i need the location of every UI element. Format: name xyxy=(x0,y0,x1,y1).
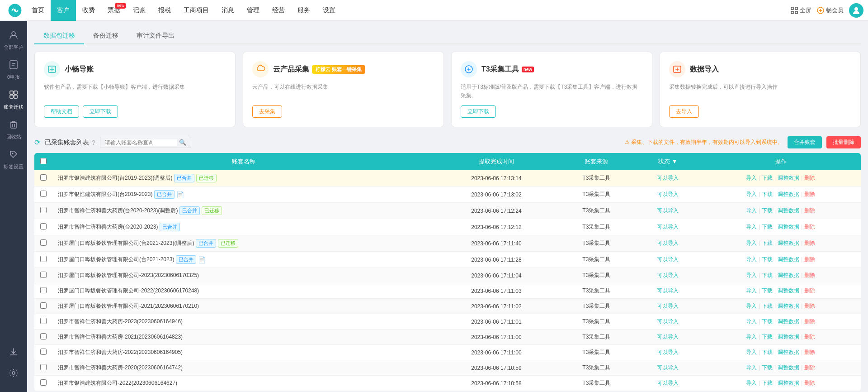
row-checkbox-6[interactable] xyxy=(40,256,47,262)
download-now-button-3[interactable]: 立即下载 xyxy=(461,105,496,118)
file-icon[interactable]: 📄 xyxy=(198,256,206,263)
action-调整数据[interactable]: 调整数据 xyxy=(778,240,799,246)
user-avatar[interactable] xyxy=(849,3,863,18)
action-删除[interactable]: 删除 xyxy=(804,224,815,230)
action-调整数据[interactable]: 调整数据 xyxy=(778,224,799,230)
nav-message[interactable]: 消息 xyxy=(215,0,241,21)
row-checkbox-7[interactable] xyxy=(40,272,47,278)
action-下载[interactable]: 下载 xyxy=(762,224,773,230)
action-下载[interactable]: 下载 xyxy=(762,334,773,340)
action-调整数据[interactable]: 调整数据 xyxy=(778,364,799,371)
row-checkbox-4[interactable] xyxy=(40,223,47,229)
action-导入[interactable]: 导入 xyxy=(746,272,757,278)
action-删除[interactable]: 删除 xyxy=(804,349,815,355)
list-help-icon[interactable]: ? xyxy=(92,139,95,146)
action-导入[interactable]: 导入 xyxy=(746,303,757,309)
nav-tax[interactable]: 报税 xyxy=(152,0,177,21)
nav-customer[interactable]: 客户 xyxy=(51,0,76,21)
row-checkbox-13[interactable] xyxy=(40,364,47,370)
action-导入[interactable]: 导入 xyxy=(746,256,757,263)
sidebar-item-zero-report[interactable]: 0申报 xyxy=(0,55,27,85)
row-checkbox-12[interactable] xyxy=(40,349,47,355)
file-icon[interactable]: 📄 xyxy=(176,191,184,198)
list-refresh-icon[interactable]: ⟳ xyxy=(34,138,40,147)
merge-account-button[interactable]: 合并账套 xyxy=(788,136,822,148)
action-删除[interactable]: 删除 xyxy=(804,303,815,309)
nav-bookkeeping[interactable]: 记账 xyxy=(127,0,152,21)
nav-home[interactable]: 首页 xyxy=(25,0,51,21)
action-删除[interactable]: 删除 xyxy=(804,334,815,340)
fullscreen-button[interactable]: 全屏 xyxy=(791,6,811,14)
action-导入[interactable]: 导入 xyxy=(746,364,757,371)
action-下载[interactable]: 下载 xyxy=(762,207,773,214)
action-导入[interactable]: 导入 xyxy=(746,349,757,355)
action-下载[interactable]: 下载 xyxy=(762,272,773,278)
table-header-status[interactable]: 状态 ▼ xyxy=(635,153,700,170)
action-调整数据[interactable]: 调整数据 xyxy=(778,207,799,214)
action-下载[interactable]: 下载 xyxy=(762,256,773,263)
action-调整数据[interactable]: 调整数据 xyxy=(778,303,799,309)
action-下载[interactable]: 下载 xyxy=(762,175,773,181)
action-删除[interactable]: 删除 xyxy=(804,256,815,263)
sidebar-item-all-customers[interactable]: 全部客户 xyxy=(0,25,27,55)
nav-operation[interactable]: 经营 xyxy=(266,0,291,21)
action-下载[interactable]: 下载 xyxy=(762,364,773,371)
action-下载[interactable]: 下载 xyxy=(762,380,773,386)
action-导入[interactable]: 导入 xyxy=(746,380,757,386)
row-checkbox-11[interactable] xyxy=(40,333,47,339)
action-调整数据[interactable]: 调整数据 xyxy=(778,318,799,325)
help-doc-button[interactable]: 帮助文档 xyxy=(44,105,79,118)
tab-data-migration[interactable]: 数据包迁移 xyxy=(34,28,84,44)
go-import-button[interactable]: 去导入 xyxy=(669,105,699,118)
action-调整数据[interactable]: 调整数据 xyxy=(778,175,799,181)
action-删除[interactable]: 删除 xyxy=(804,240,815,246)
sidebar-item-tag-settings[interactable]: 标签设置 xyxy=(0,145,27,175)
action-导入[interactable]: 导入 xyxy=(746,175,757,181)
action-删除[interactable]: 删除 xyxy=(804,318,815,325)
action-调整数据[interactable]: 调整数据 xyxy=(778,380,799,386)
action-调整数据[interactable]: 调整数据 xyxy=(778,256,799,263)
row-checkbox-9[interactable] xyxy=(40,302,47,309)
nav-manage[interactable]: 管理 xyxy=(241,0,266,21)
batch-delete-button[interactable]: 批量删除 xyxy=(826,136,861,148)
action-导入[interactable]: 导入 xyxy=(746,318,757,325)
action-导入[interactable]: 导入 xyxy=(746,287,757,294)
row-checkbox-5[interactable] xyxy=(40,239,47,246)
select-all-checkbox[interactable] xyxy=(40,158,47,164)
sidebar-item-settings[interactable] xyxy=(0,363,27,385)
action-调整数据[interactable]: 调整数据 xyxy=(778,334,799,340)
action-删除[interactable]: 删除 xyxy=(804,364,815,371)
row-checkbox-1[interactable] xyxy=(40,174,47,181)
search-input[interactable] xyxy=(105,139,177,146)
action-删除[interactable]: 删除 xyxy=(804,287,815,294)
row-checkbox-14[interactable] xyxy=(40,379,47,386)
action-调整数据[interactable]: 调整数据 xyxy=(778,349,799,355)
sidebar-item-account-migration[interactable]: 账套迁移 xyxy=(0,85,27,115)
nav-fees[interactable]: 收费 xyxy=(76,0,101,21)
row-checkbox-2[interactable] xyxy=(40,191,47,197)
action-调整数据[interactable]: 调整数据 xyxy=(778,191,799,197)
row-checkbox-3[interactable] xyxy=(40,207,47,213)
action-删除[interactable]: 删除 xyxy=(804,380,815,386)
action-下载[interactable]: 下载 xyxy=(762,191,773,197)
action-导入[interactable]: 导入 xyxy=(746,240,757,246)
action-调整数据[interactable]: 调整数据 xyxy=(778,272,799,278)
go-collect-button[interactable]: 去采集 xyxy=(252,105,282,118)
action-下载[interactable]: 下载 xyxy=(762,349,773,355)
action-调整数据[interactable]: 调整数据 xyxy=(778,287,799,294)
action-下载[interactable]: 下载 xyxy=(762,287,773,294)
tab-audit-export[interactable]: 审计文件导出 xyxy=(127,28,184,44)
action-导入[interactable]: 导入 xyxy=(746,191,757,197)
search-icon[interactable]: 🔍 xyxy=(179,139,186,146)
row-checkbox-8[interactable] xyxy=(40,287,47,293)
nav-invoice[interactable]: 票据new xyxy=(101,0,127,21)
action-下载[interactable]: 下载 xyxy=(762,240,773,246)
action-删除[interactable]: 删除 xyxy=(804,191,815,197)
tab-backup-migration[interactable]: 备份迁移 xyxy=(84,28,127,44)
row-checkbox-10[interactable] xyxy=(40,318,47,324)
action-下载[interactable]: 下载 xyxy=(762,303,773,309)
download-now-button-1[interactable]: 立即下载 xyxy=(83,105,118,118)
action-导入[interactable]: 导入 xyxy=(746,207,757,214)
member-button[interactable]: 畅会员 xyxy=(817,6,844,14)
action-下载[interactable]: 下载 xyxy=(762,318,773,325)
